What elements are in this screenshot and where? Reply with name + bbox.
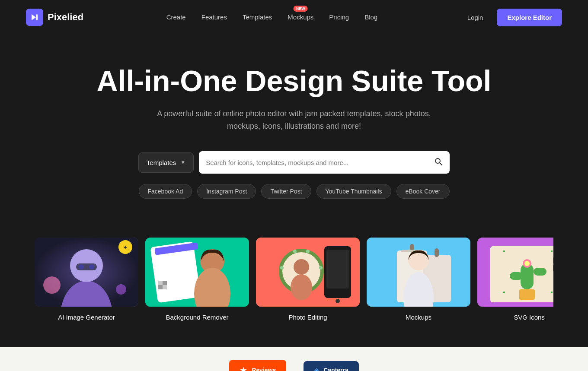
search-area: Templates ▼: [9, 151, 579, 174]
svg-text:✦: ✦: [123, 244, 128, 251]
card-mockups-image: [367, 238, 470, 307]
search-input[interactable]: [206, 159, 434, 166]
bottom-logos: ★ Reviews ◈ Capterra: [0, 347, 588, 371]
hero-section: All-in-One Design Suite Tool A powerful …: [0, 35, 588, 238]
hero-subtitle: A powerful suite of online photo editor …: [147, 108, 441, 133]
nav-features[interactable]: Features: [201, 13, 227, 21]
card-photo-label: Photo Editing: [288, 314, 327, 321]
capterra-icon: ◈: [314, 366, 319, 371]
capterra-label: Capterra: [323, 367, 348, 371]
tags-row: Facebook Ad Instagram Post Twitter Post …: [9, 184, 579, 199]
capterra-badge: ◈ Capterra: [304, 361, 359, 371]
card-bg-label: Background Remover: [166, 314, 228, 321]
search-box: [199, 151, 450, 174]
svg-rect-46: [551, 292, 553, 293]
search-icon[interactable]: [434, 157, 443, 168]
new-badge: NEW: [294, 6, 308, 12]
card-svg-icons[interactable]: SVG Icons: [477, 238, 553, 321]
svg-point-32: [336, 299, 340, 303]
card-ai-label: AI Image Generator: [58, 314, 115, 321]
tag-twitter-post[interactable]: Twitter Post: [261, 184, 311, 199]
nav-pricing[interactable]: Pricing: [329, 13, 349, 21]
svg-rect-53: [553, 257, 553, 264]
card-background-remover[interactable]: Background Remover: [145, 238, 249, 321]
tag-facebook-ad[interactable]: Facebook Ad: [139, 184, 192, 199]
logo-icon: [26, 9, 43, 26]
nav-blog[interactable]: Blog: [364, 13, 377, 21]
card-svg-image: [477, 238, 553, 307]
tag-youtube-thumbnails[interactable]: YouTube Thumbnails: [316, 184, 391, 199]
search-dropdown-button[interactable]: Templates ▼: [138, 152, 194, 173]
chevron-down-icon: ▼: [180, 159, 185, 165]
cards-section: ✦ AI Image Generator: [0, 238, 588, 321]
svg-rect-43: [503, 251, 505, 252]
tag-instagram-post[interactable]: Instagram Post: [197, 184, 256, 199]
tag-ebook-cover[interactable]: eBook Cover: [396, 184, 450, 199]
brand-name: Pixelied: [48, 12, 83, 23]
svg-rect-55: [553, 265, 553, 272]
card-svg-label: SVG Icons: [514, 314, 545, 321]
svg-point-10: [43, 276, 61, 294]
svg-rect-49: [534, 268, 546, 276]
svg-rect-20: [163, 285, 167, 289]
navbar: Pixelied Create Features Templates NEW M…: [0, 0, 588, 35]
svg-point-29: [306, 250, 310, 253]
svg-rect-44: [551, 251, 553, 252]
svg-point-27: [319, 266, 323, 270]
reviews-label: Reviews: [252, 367, 276, 371]
svg-rect-17: [158, 281, 163, 285]
card-mockups-label: Mockups: [406, 314, 431, 321]
svg-rect-0: [36, 14, 38, 20]
logo-area: Pixelied: [26, 9, 83, 26]
hero-title: All-in-One Design Suite Tool: [9, 65, 579, 97]
nav-create[interactable]: Create: [166, 13, 186, 21]
login-button[interactable]: Login: [460, 10, 490, 25]
svg-rect-31: [326, 250, 349, 289]
nav-mockups[interactable]: Mockups: [288, 13, 313, 21]
svg-point-51: [524, 261, 530, 266]
svg-rect-18: [163, 281, 167, 285]
card-ai-image: ✦: [35, 238, 138, 307]
nav-links: Create Features Templates NEW Mockups Pr…: [166, 13, 378, 21]
card-mockups[interactable]: Mockups: [367, 238, 470, 321]
card-ai-image-generator[interactable]: ✦ AI Image Generator: [35, 238, 138, 321]
card-photo-image: [256, 238, 360, 307]
svg-rect-48: [510, 272, 523, 280]
navbar-right: Login Explore Editor: [460, 9, 562, 26]
svg-point-11: [116, 284, 126, 295]
svg-point-6: [79, 264, 84, 270]
svg-rect-38: [435, 248, 439, 257]
svg-rect-52: [519, 289, 535, 300]
reviews-badge: ★ Reviews: [229, 360, 286, 371]
svg-point-28: [293, 250, 297, 253]
svg-rect-45: [503, 292, 505, 293]
card-bg-image: [145, 238, 249, 307]
card-photo-editing[interactable]: Photo Editing: [256, 238, 360, 321]
nav-templates[interactable]: Templates: [243, 13, 272, 21]
svg-point-7: [89, 264, 94, 270]
svg-point-25: [291, 274, 312, 300]
explore-editor-button[interactable]: Explore Editor: [497, 9, 562, 26]
search-dropdown-label: Templates: [147, 159, 176, 166]
svg-point-24: [294, 259, 309, 275]
cards-row: ✦ AI Image Generator: [35, 238, 553, 321]
reviews-icon: ★: [240, 365, 247, 371]
svg-point-26: [280, 266, 284, 270]
svg-rect-19: [158, 285, 163, 289]
